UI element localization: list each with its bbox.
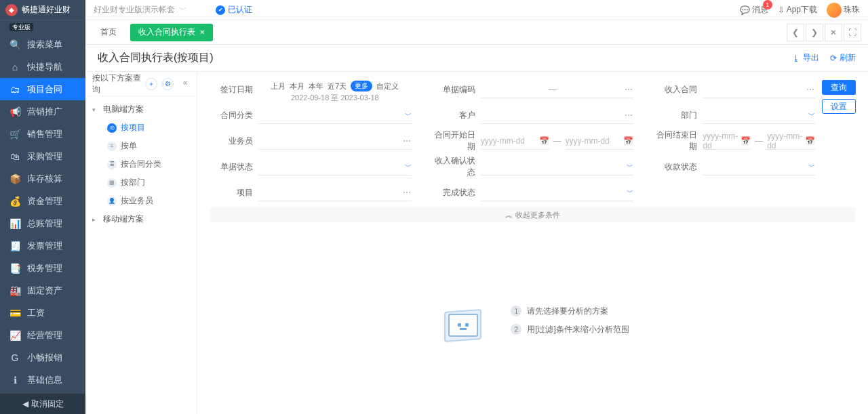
logo-area: ◆ 畅捷通好业财 <box>0 0 85 20</box>
filter-start-date: 合同开始日期 yyyy-mm-dd📅 — yyyy-mm-dd📅 <box>432 131 634 150</box>
page-header: 收入合同执行表(按项目) ⭳ 导出 ⟳ 刷新 <box>85 45 868 72</box>
filter-area: 查询 设置 签订日期 上月本月本年近7天更多自定义 2022-09-18 至 2… <box>197 72 868 226</box>
nav-item-15[interactable]: ℹ基础信息 <box>0 369 85 391</box>
nav-icon: 📑 <box>9 263 20 274</box>
nav-icon: 🧾 <box>9 241 20 251</box>
end-date-to[interactable]: yyyy-mm-dd📅 <box>767 132 815 150</box>
tenant-select[interactable]: 好业财专业版演示帐套 ﹀ <box>94 4 209 16</box>
filter-contract-category: 合同分类 ﹀ <box>210 106 412 125</box>
scheme-item-3[interactable]: ▦按部门 <box>85 173 197 192</box>
revenue-confirm-select[interactable]: ﹀ <box>481 158 634 175</box>
scheme-item-0[interactable]: ◎按项目 <box>85 119 197 137</box>
start-date-to[interactable]: yyyy-mm-dd📅 <box>566 132 634 150</box>
nav-icon: 📦 <box>9 173 20 184</box>
nav-item-4[interactable]: 🛒销售管理 <box>0 123 85 145</box>
project-input[interactable]: ⋯ <box>258 184 412 201</box>
nav-item-11[interactable]: 🏭固定资产 <box>0 279 85 302</box>
sidebar: ◆ 畅捷通好业财 专业版 🔍搜索菜单⌂快捷导航🗂项目合同📢营销推广🛒销售管理🛍采… <box>0 0 85 414</box>
settings-button[interactable]: 设置 <box>822 99 856 114</box>
empty-state: 1 请先选择要分析的方案 2 用[过滤]条件来缩小分析范围 <box>197 226 868 414</box>
filter-customer: 客户 ⋯ <box>432 106 634 125</box>
salesperson-input[interactable]: ⋯ <box>258 132 412 150</box>
filter-pay-state: 收款状态 ﹀ <box>654 157 856 176</box>
tab-revenue-contract[interactable]: 收入合同执行表 ✕ <box>130 24 213 41</box>
main: 好业财专业版演示帐套 ﹀ ✔ 已认证 💬 消息 1 ⇩ App下载 <box>85 0 868 414</box>
nav-item-12[interactable]: 💳工资 <box>0 302 85 324</box>
filter-bill-code: 单据编码 — ⋯ <box>432 80 634 99</box>
tabs-close-button[interactable]: ✕ <box>825 24 842 41</box>
nav-icon: 🗂 <box>9 84 20 95</box>
tabs-fullscreen-button[interactable]: ⛶ <box>844 24 861 41</box>
date-pill-0[interactable]: 上月 <box>271 81 285 91</box>
add-scheme-button[interactable]: ＋ <box>145 78 157 90</box>
nav-item-6[interactable]: 📦库存核算 <box>0 167 85 190</box>
date-pill-1[interactable]: 本月 <box>290 81 304 91</box>
bill-code-input[interactable]: — ⋯ <box>481 81 634 98</box>
scheme-item-4[interactable]: 👤按业务员 <box>85 192 197 210</box>
pay-state-select[interactable]: ﹀ <box>703 158 815 175</box>
export-icon: ⭳ <box>792 54 800 63</box>
collapse-panel-button[interactable]: « <box>180 78 190 87</box>
customer-input[interactable]: ⋯ <box>481 106 634 124</box>
bill-state-select[interactable]: ﹀ <box>258 158 412 175</box>
start-date-from[interactable]: yyyy-mm-dd📅 <box>481 132 549 150</box>
messages-button[interactable]: 💬 消息 1 <box>740 4 768 16</box>
refresh-button[interactable]: ⟳ 刷新 <box>830 52 856 64</box>
collapse-filters-button[interactable]: ︽ 收起更多条件 <box>210 207 856 222</box>
unpin-button[interactable]: ◀ 取消固定 <box>0 394 85 414</box>
calendar-icon: 📅 <box>741 136 751 146</box>
tree-group-desktop[interactable]: ▾ 电脑端方案 <box>85 100 197 119</box>
date-pill-2[interactable]: 本年 <box>309 81 323 91</box>
filter-bill-state: 单据状态 ﹀ <box>210 157 412 176</box>
scheme-item-2[interactable]: ≣按合同分类 <box>85 155 197 173</box>
calendar-icon: 📅 <box>539 136 549 146</box>
nav-icon: 🏭 <box>9 285 20 296</box>
date-pill-4[interactable]: 更多 <box>351 81 372 91</box>
right-panel: 查询 设置 签订日期 上月本月本年近7天更多自定义 2022-09-18 至 2… <box>197 72 868 414</box>
nav-item-9[interactable]: 🧾发票管理 <box>0 234 85 257</box>
filter-sign-date: 签订日期 上月本月本年近7天更多自定义 2022-09-18 至 2023-03… <box>210 80 412 99</box>
nav-item-8[interactable]: 📊总账管理 <box>0 212 85 234</box>
nav-item-3[interactable]: 📢营销推广 <box>0 100 85 123</box>
nav-item-7[interactable]: 💰资金管理 <box>0 190 85 212</box>
nav-icon: 💳 <box>9 308 20 318</box>
tab-home[interactable]: 首页 <box>92 24 125 41</box>
message-icon: 💬 <box>740 5 750 15</box>
nav-item-10[interactable]: 📑税务管理 <box>0 257 85 279</box>
export-button[interactable]: ⭳ 导出 <box>792 52 819 64</box>
nav-item-14[interactable]: G小畅报销 <box>0 346 85 369</box>
caret-down-icon: ▾ <box>92 106 99 113</box>
scheme-icon: ≡ <box>107 142 117 151</box>
dept-select[interactable]: ﹀ <box>703 106 815 124</box>
nav-item-2[interactable]: 🗂项目合同 <box>0 78 85 100</box>
tabs-prev-button[interactable]: ❮ <box>787 24 804 41</box>
message-badge: 1 <box>763 0 772 9</box>
scheme-settings-button[interactable]: ⚙ <box>161 78 174 90</box>
nav-icon: 📢 <box>9 106 20 117</box>
end-date-from[interactable]: yyyy-mm-dd📅 <box>703 132 751 150</box>
complete-state-select[interactable]: ﹀ <box>481 184 634 201</box>
date-pill-5[interactable]: 自定义 <box>376 81 399 91</box>
revenue-contract-input[interactable]: ⋯ <box>703 81 815 98</box>
scheme-item-1[interactable]: ≡按单 <box>85 137 197 155</box>
nav-icon: 🛒 <box>9 129 20 140</box>
filter-revenue-confirm: 收入确认状态 ﹀ <box>432 157 634 176</box>
topbar: 好业财专业版演示帐套 ﹀ ✔ 已认证 💬 消息 1 ⇩ App下载 <box>85 0 868 20</box>
refresh-icon: ⟳ <box>830 54 837 63</box>
nav-item-13[interactable]: 📈经营管理 <box>0 324 85 346</box>
query-button[interactable]: 查询 <box>822 80 856 95</box>
contract-category-select[interactable]: ﹀ <box>258 106 412 124</box>
close-icon[interactable]: ✕ <box>199 28 205 36</box>
tabs-next-button[interactable]: ❯ <box>806 24 823 41</box>
tree-group-mobile[interactable]: ▸ 移动端方案 <box>85 210 197 228</box>
user-menu[interactable]: 珠珠 <box>827 3 860 18</box>
nav-item-5[interactable]: 🛍采购管理 <box>0 145 85 167</box>
date-pill-3[interactable]: 近7天 <box>328 81 347 91</box>
filter-end-date: 合同结束日期 yyyy-mm-dd📅 — yyyy-mm-dd📅 <box>654 131 856 150</box>
more-icon: ⋯ <box>403 136 412 146</box>
more-icon: ⋯ <box>625 110 633 120</box>
scheme-icon: 👤 <box>107 196 117 206</box>
nav-item-0[interactable]: 🔍搜索菜单 <box>0 33 85 56</box>
app-download-button[interactable]: ⇩ App下载 <box>778 4 817 16</box>
nav-item-1[interactable]: ⌂快捷导航 <box>0 56 85 78</box>
